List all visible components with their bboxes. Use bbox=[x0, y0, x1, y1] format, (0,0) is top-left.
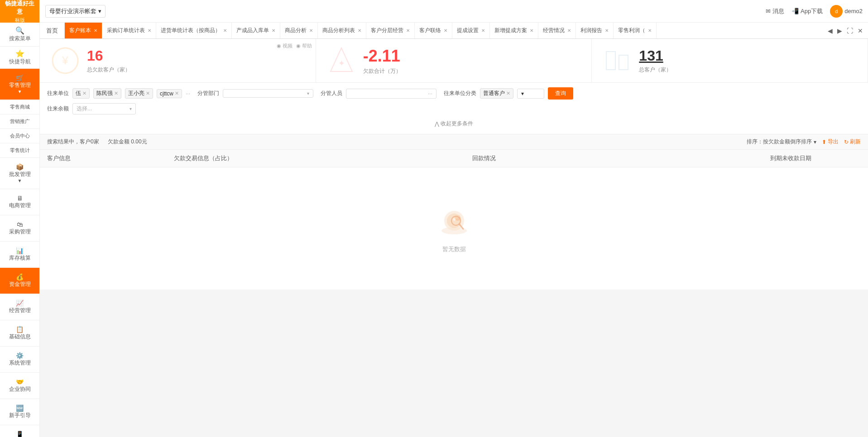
refresh-btn[interactable]: ↻ 刷新 bbox=[844, 138, 861, 146]
remove-tag-unit3[interactable]: ✕ bbox=[146, 90, 150, 96]
message-icon: ✉ bbox=[766, 8, 771, 14]
sidebar-logo[interactable]: 畅捷通好生意 标版 bbox=[0, 0, 39, 23]
sidebar-item-retail-mgmt[interactable]: 🛒 零售管理 ▼ bbox=[0, 69, 39, 100]
close-tab-operations[interactable]: ✕ bbox=[567, 28, 571, 33]
tab-scroll-right[interactable]: ▶ bbox=[836, 27, 844, 34]
category-filter-label: 往来单位分类 bbox=[444, 90, 476, 97]
sidebar-item-inventory-check[interactable]: 📊 库存核算 bbox=[0, 242, 39, 268]
sort-control[interactable]: 排序：按欠款金额倒序排序 ▾ bbox=[747, 138, 816, 146]
sidebar-item-app-center[interactable]: 📱 应用中心 bbox=[0, 425, 39, 437]
tab-production-in[interactable]: 产成品入库单 ✕ bbox=[232, 23, 280, 39]
remove-tag-category1[interactable]: ✕ bbox=[506, 90, 510, 96]
tab-customer-contact[interactable]: 客户联络 ✕ bbox=[415, 23, 452, 39]
filter-tag-unit1[interactable]: 伍 ✕ bbox=[72, 88, 90, 99]
tab-purchase-stats[interactable]: 采购订单统计表 ✕ bbox=[102, 23, 156, 39]
tab-new-promotion[interactable]: 新增提成方案 ✕ bbox=[490, 23, 538, 39]
category-select-chevron: ▾ bbox=[521, 90, 524, 97]
sidebar-item-wholesale-mgmt[interactable]: 📦 批发管理 ▼ bbox=[0, 158, 39, 189]
user-profile[interactable]: d demo2 bbox=[830, 5, 863, 18]
tab-customer-tier[interactable]: 客户分层经营 ✕ bbox=[366, 23, 415, 39]
close-tab-customer-tier[interactable]: ✕ bbox=[406, 28, 410, 33]
video-help-link[interactable]: ◉ 视频 bbox=[277, 43, 293, 49]
remove-tag-unit4[interactable]: ✕ bbox=[175, 90, 179, 96]
sidebar-item-capital-mgmt[interactable]: 💰 资金管理 bbox=[0, 268, 39, 294]
close-tab-profit-report[interactable]: ✕ bbox=[605, 28, 609, 33]
filter-tag-category1[interactable]: 普通客户 ✕ bbox=[480, 88, 513, 99]
remove-tag-unit2[interactable]: ✕ bbox=[114, 90, 118, 96]
query-button[interactable]: 查询 bbox=[548, 87, 573, 100]
export-btn[interactable]: ⬆ 导出 bbox=[822, 138, 839, 146]
sidebar-item-marketing[interactable]: 营销推广 bbox=[0, 114, 39, 129]
tab-product-analysis[interactable]: 商品分析 ✕ bbox=[280, 23, 318, 39]
tab-promotion-settings[interactable]: 提成设置 ✕ bbox=[452, 23, 490, 39]
sidebar-item-system-mgmt[interactable]: ⚙️ 系统管理 bbox=[0, 347, 39, 373]
tab-product-analysis-list[interactable]: 商品分析列表 ✕ bbox=[318, 23, 366, 39]
close-tab-new-promotion[interactable]: ✕ bbox=[530, 28, 533, 33]
close-tab-retail-profit[interactable]: ✕ bbox=[648, 28, 652, 33]
balance-placeholder: 选择... bbox=[77, 105, 128, 113]
sidebar-item-operations-mgmt[interactable]: 📈 经营管理 bbox=[0, 294, 39, 320]
category-select[interactable]: ▾ bbox=[517, 89, 544, 99]
sidebar-item-quick-nav[interactable]: ⭐ 快捷导航 bbox=[0, 47, 39, 69]
remove-tag-unit1[interactable]: ✕ bbox=[82, 90, 86, 96]
card-help-links: ◉ 视频 ◉ 帮助 bbox=[277, 43, 312, 49]
tab-scroll-left[interactable]: ◀ bbox=[826, 27, 834, 34]
close-tab-incoming-stats[interactable]: ✕ bbox=[223, 28, 227, 33]
message-btn[interactable]: ✉ 消息 bbox=[766, 7, 784, 15]
sidebar-item-retail-mall[interactable]: 零售商城 bbox=[0, 100, 39, 114]
card1-label: 总欠款客户（家） bbox=[87, 66, 130, 74]
tab-profit-report[interactable]: 利润报告 ✕ bbox=[576, 23, 614, 39]
content-area: ¥ 16 总欠款客户（家） ◉ 视频 ◉ 帮助 ✦ bbox=[40, 39, 868, 437]
close-tab-customer-contact[interactable]: ✕ bbox=[444, 28, 447, 33]
filter-collapse-area: ⋀ 收起更多条件 bbox=[47, 118, 861, 129]
close-tab-accounts[interactable]: ✕ bbox=[94, 28, 97, 33]
balance-chevron: ▾ bbox=[129, 106, 132, 111]
close-tab-promotion-settings[interactable]: ✕ bbox=[481, 28, 485, 33]
balance-select[interactable]: 选择... ▾ bbox=[72, 103, 136, 114]
tab-accounts[interactable]: 客户账本 ✕ bbox=[65, 23, 102, 39]
table-header: 客户信息 欠款交易信息（占比） 回款情况 到期未收款日期 bbox=[40, 150, 868, 167]
col-customer-info: 客户信息 bbox=[47, 154, 174, 162]
sidebar-item-enterprise-collab[interactable]: 🤝 企业协同 bbox=[0, 373, 39, 399]
sidebar-item-search[interactable]: 🔍 搜索菜单 bbox=[0, 23, 39, 47]
filter-tag-unit2[interactable]: 陈民强 ✕ bbox=[93, 88, 121, 99]
card3-value: 131 bbox=[639, 48, 671, 64]
tab-home[interactable]: 首页 bbox=[40, 23, 65, 39]
unit-filter-label: 往来单位 bbox=[47, 90, 69, 97]
dept-filter-label: 分管部门 bbox=[197, 90, 219, 97]
topbar: 母婴行业演示帐套 ▾ ✉ 消息 📲 App下载 d demo2 bbox=[40, 0, 868, 23]
close-tab-purchase-stats[interactable]: ✕ bbox=[148, 28, 151, 33]
close-tab-product-analysis-list[interactable]: ✕ bbox=[358, 28, 361, 33]
more-tags-btn[interactable]: ··· bbox=[186, 90, 190, 97]
sidebar: 畅捷通好生意 标版 🔍 搜索菜单 ⭐ 快捷导航 🛒 零售管理 ▼ 零售商城 营销… bbox=[0, 0, 40, 437]
refresh-icon: ↻ bbox=[844, 139, 849, 145]
dept-select[interactable]: ▾ bbox=[223, 89, 313, 98]
main-area: 母婴行业演示帐套 ▾ ✉ 消息 📲 App下载 d demo2 首页 客户账本 bbox=[40, 0, 868, 437]
app-download-btn[interactable]: 📲 App下载 bbox=[791, 7, 823, 15]
person-select[interactable]: ··· bbox=[346, 89, 436, 99]
sidebar-item-basic-info[interactable]: 📋 基础信息 bbox=[0, 320, 39, 347]
account-selector[interactable]: 母婴行业演示帐套 ▾ bbox=[45, 5, 106, 18]
filter-tag-unit4[interactable]: cjttcw ✕ bbox=[157, 89, 182, 98]
collapse-btn[interactable]: ⋀ 收起更多条件 bbox=[435, 120, 473, 128]
close-tab-product-analysis[interactable]: ✕ bbox=[309, 28, 313, 33]
avatar: d bbox=[830, 5, 843, 18]
summary-cards: ¥ 16 总欠款客户（家） ◉ 视频 ◉ 帮助 ✦ bbox=[40, 39, 868, 83]
sidebar-item-purchase-mgmt[interactable]: 🛍 采购管理 bbox=[0, 215, 39, 242]
tab-operations[interactable]: 经营情况 ✕ bbox=[538, 23, 576, 39]
tab-maximize[interactable]: ⛶ bbox=[845, 27, 854, 34]
filter-tag-unit3[interactable]: 王小亮 ✕ bbox=[125, 88, 153, 99]
summary-card-total-customers: 131 总客户（家） bbox=[592, 39, 868, 82]
tab-incoming-stats[interactable]: 进货单统计表（按商品） ✕ bbox=[156, 23, 232, 39]
close-tab-production-in[interactable]: ✕ bbox=[272, 28, 275, 33]
sidebar-item-member-center[interactable]: 会员中心 bbox=[0, 129, 39, 143]
topbar-left: 母婴行业演示帐套 ▾ bbox=[45, 5, 106, 18]
col-repayment: 回款情况 bbox=[472, 154, 771, 162]
col-debt-info: 欠款交易信息（占比） bbox=[174, 154, 472, 162]
tab-retail-profit[interactable]: 零售利润（ ✕ bbox=[614, 23, 657, 39]
sidebar-item-ecommerce-mgmt[interactable]: 🖥 电商管理 bbox=[0, 189, 39, 215]
tab-close-all[interactable]: ✕ bbox=[856, 27, 864, 34]
sidebar-item-retail-stats[interactable]: 零售统计 bbox=[0, 143, 39, 158]
help-link[interactable]: ◉ 帮助 bbox=[296, 43, 312, 49]
sidebar-item-new-user-guide[interactable]: 🆕 新手引导 bbox=[0, 399, 39, 425]
